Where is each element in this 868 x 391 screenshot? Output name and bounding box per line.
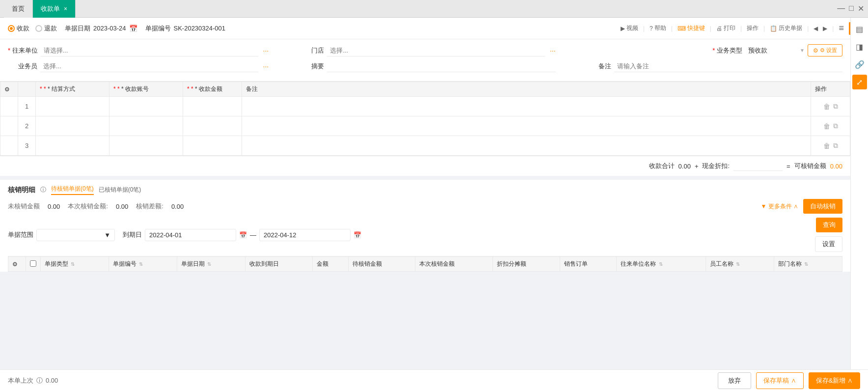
tab-active[interactable]: 收款单 × (33, 0, 76, 18)
sidebar-expand-icon[interactable]: ⤢ (852, 75, 867, 89)
help-icon: ? (650, 25, 653, 32)
query-btn[interactable]: 查询 (816, 218, 842, 232)
print-btn[interactable]: 🖨 打印 (716, 24, 735, 32)
history-icon: 📋 (770, 25, 777, 32)
row-copy-icon[interactable]: ⧉ (833, 122, 838, 130)
td-amount[interactable] (183, 136, 242, 156)
save-new-btn[interactable]: 保存&新增 ∧ (809, 372, 860, 389)
bth-gear[interactable]: ⚙ (8, 257, 26, 272)
td-settle[interactable] (36, 136, 109, 156)
range-select[interactable]: ▼ (36, 229, 115, 241)
tab-close-btn[interactable]: × (64, 5, 67, 12)
hexiao-info-icon[interactable]: ⓘ (40, 186, 46, 194)
shortcut-btn[interactable]: ⌨ 快捷键 (678, 24, 705, 32)
sort-dept[interactable]: ⇅ (804, 261, 808, 267)
auto-hexiao-btn[interactable]: 自动核销 (803, 199, 842, 214)
sort-no[interactable]: ⇅ (139, 261, 143, 267)
history-btn[interactable]: 📋 历史单据 (770, 24, 802, 32)
company-label: 往来单位 (8, 46, 38, 55)
sort-company[interactable]: ⇅ (659, 261, 663, 267)
td-account[interactable] (109, 136, 183, 156)
print-label: 打印 (724, 24, 735, 32)
hexiao-tab-done[interactable]: 已核销单据(0笔) (99, 186, 141, 194)
settings-button[interactable]: ⚙ ⚙ 设置 (808, 44, 842, 56)
salesman-more-icon[interactable]: ··· (263, 62, 269, 70)
operation-btn[interactable]: 操作 (747, 24, 759, 32)
company-input[interactable] (41, 45, 258, 56)
remark-input[interactable] (614, 60, 842, 72)
discount-input[interactable] (733, 161, 783, 171)
sidebar-link-icon[interactable]: 🔗 (852, 57, 867, 72)
date-to-input[interactable] (259, 229, 351, 241)
row-delete-icon[interactable]: 🗑 (823, 122, 830, 130)
help-btn[interactable]: ? 帮助 (650, 24, 666, 32)
hexiao-tab-pending[interactable]: 待核销单据(0笔) (51, 185, 94, 195)
bth-discount: 折扣分摊额 (493, 257, 560, 272)
sort-date[interactable]: ⇅ (207, 261, 211, 267)
td-remark[interactable] (242, 136, 811, 156)
range-label: 单据范围 (8, 230, 33, 239)
nav-left-btn[interactable]: ◀ (814, 25, 818, 32)
td-settle[interactable] (36, 97, 109, 116)
select-all-checkbox[interactable] (30, 260, 36, 267)
store-input[interactable] (327, 45, 545, 56)
td-settle[interactable] (36, 116, 109, 136)
td-action: 🗑 ⧉ (811, 97, 850, 116)
save-draft-btn[interactable]: 保存草稿 ∧ (756, 372, 804, 389)
sep5: | (763, 25, 765, 32)
remark-field: 备注 (582, 60, 842, 72)
td-amount[interactable] (183, 116, 242, 136)
bth-pending: 待核销金额 (348, 257, 415, 272)
bth-checkbox[interactable] (26, 257, 41, 272)
bth-date: 单据日期 ⇅ (177, 257, 245, 272)
td-remark[interactable] (242, 97, 811, 116)
view-list-btn[interactable]: ≡ (839, 23, 844, 33)
td-amount[interactable] (183, 97, 242, 116)
store-more-icon[interactable]: ··· (550, 47, 556, 55)
toolbar-right: ▶ 视频 | ? 帮助 | ⌨ 快捷键 | 🖨 打印 | 操作 | 📋 历史单据… (621, 22, 860, 35)
row-copy-icon[interactable]: ⧉ (833, 102, 838, 111)
filter-settings-btn[interactable]: 设置 (815, 236, 842, 252)
sort-employee[interactable]: ⇅ (736, 261, 740, 267)
bottom-gear-icon: ⚙ (12, 261, 18, 268)
company-more-icon[interactable]: ··· (263, 47, 269, 55)
td-remark[interactable] (242, 116, 811, 136)
sidebar-panel-icon[interactable]: ◨ (852, 39, 867, 54)
nav-right-btn[interactable]: ▶ (823, 25, 827, 32)
biz-type-caret[interactable]: ▼ (800, 48, 805, 53)
th-gear[interactable]: ⚙ (0, 82, 18, 97)
date-value[interactable]: 2023-03-24 (93, 25, 126, 32)
radio-tuikuan[interactable]: 退款 (35, 24, 57, 33)
close-btn[interactable]: ✕ (858, 4, 864, 13)
operation-label: 操作 (747, 24, 759, 32)
tab-home[interactable]: 首页 (4, 0, 33, 18)
salesman-input[interactable] (40, 60, 258, 72)
date-label: 单据日期 (65, 24, 90, 33)
radio-shoukuan[interactable]: 收款 (8, 24, 29, 33)
minimize-btn[interactable]: — (837, 4, 845, 13)
footer-info-icon[interactable]: ⓘ (36, 376, 43, 385)
td-account[interactable] (109, 97, 183, 116)
row-delete-icon[interactable]: 🗑 (823, 142, 830, 150)
date-calendar-icon2[interactable]: 📅 (353, 231, 361, 239)
store-field: 门店 ··· (295, 45, 555, 56)
sort-type[interactable]: ⇅ (71, 261, 75, 267)
radio-tuikuan-label: 退款 (44, 24, 57, 33)
row-copy-icon[interactable]: ⧉ (833, 141, 838, 150)
abstract-input[interactable] (327, 60, 555, 72)
summary-row: 收款合计 0.00 + 现金折扣: = 可核销金额 0.00 (0, 156, 850, 176)
video-btn[interactable]: ▶ 视频 (621, 24, 638, 32)
row-delete-icon[interactable]: 🗑 (823, 103, 830, 111)
date-calendar-icon1[interactable]: 📅 (239, 231, 247, 239)
date-icon[interactable]: 📅 (129, 25, 137, 32)
abandon-btn[interactable]: 放弃 (718, 372, 751, 389)
td-account[interactable] (109, 116, 183, 136)
toolbar: 收款 退款 单据日期 2023-03-24 📅 单据编号 SK-20230324… (0, 18, 868, 39)
shortcut-label: 快捷键 (687, 24, 705, 32)
date-from-input[interactable] (145, 229, 236, 241)
filter-more-btn[interactable]: ▼ 更多条件 ∧ (760, 202, 798, 211)
table-row: 1 🗑 ⧉ (0, 97, 850, 116)
diff-label: 核销差额: (136, 202, 163, 211)
maximize-btn[interactable]: □ (849, 4, 854, 13)
sidebar-table-icon[interactable]: ▤ (852, 22, 867, 36)
